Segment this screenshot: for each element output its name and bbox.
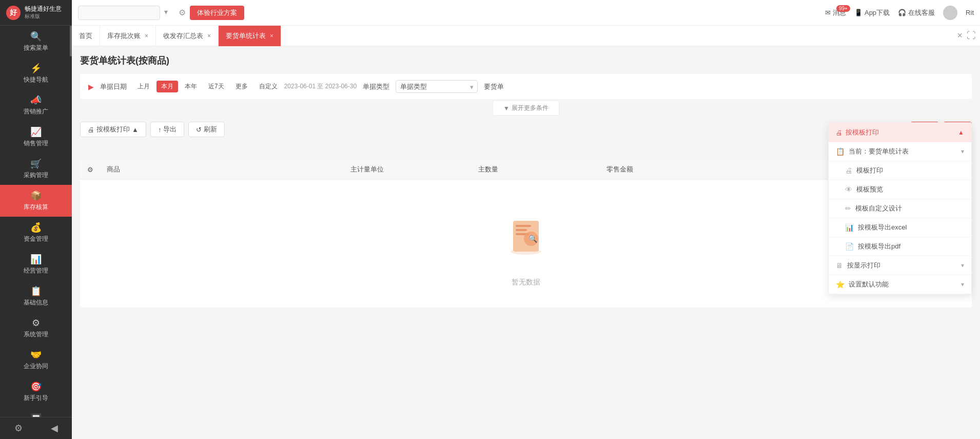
- tab-inventory-batch-close[interactable]: ×: [145, 32, 148, 40]
- sidebar-icon-search: 🔍: [30, 31, 42, 42]
- sidebar-label-finance: 资金管理: [24, 235, 48, 243]
- user-avatar-btn[interactable]: [943, 6, 957, 20]
- sidebar-item-basics[interactable]: 📋 基础信息: [0, 280, 72, 312]
- tab-requisition-stats[interactable]: 要货单统计表 ×: [219, 26, 281, 46]
- search-input[interactable]: [78, 6, 160, 20]
- date-pill-custom[interactable]: 自定义: [254, 81, 282, 92]
- template-preview-label: 模板预览: [856, 185, 883, 194]
- sidebar-icon-cooperation: 🤝: [30, 349, 42, 360]
- tab-inventory-batch[interactable]: 库存批次账 ×: [100, 26, 156, 46]
- svg-rect-2: [516, 225, 531, 227]
- sidebar-icon-purchase: 🛒: [30, 158, 42, 169]
- date-filter-label: 单据日期: [100, 82, 127, 91]
- filter-toggle-icon[interactable]: ▶: [88, 83, 94, 91]
- app-download-icon: 📱: [854, 9, 863, 16]
- main-area: ▾ ⚙ 体验行业方案 ✉ 消息 99+ 📱 App下载 🎧 在线客服 Rit: [72, 0, 980, 439]
- print-dropdown-collapse-icon[interactable]: ▲: [958, 129, 964, 136]
- set-default-arrow: ▾: [961, 281, 964, 288]
- template-print-label: 模板打印: [856, 166, 883, 175]
- sidebar-label-system: 系统管理: [24, 330, 48, 339]
- display-print-left: 🖥 按显示打印: [836, 261, 880, 270]
- date-pill-this-month[interactable]: 本月: [156, 81, 178, 92]
- sidebar-label-cooperation: 企业协同: [24, 362, 48, 371]
- app-download-btn[interactable]: 📱 App下载: [854, 8, 890, 17]
- display-print-group[interactable]: 🖥 按显示打印 ▾: [829, 256, 971, 275]
- date-pill-more[interactable]: 更多: [231, 81, 252, 92]
- sidebar-bottom: ⚙ ◀: [0, 417, 72, 439]
- trial-btn[interactable]: 体验行业方案: [190, 6, 244, 20]
- display-print-arrow: ▾: [961, 262, 964, 269]
- tab-requisition-stats-close[interactable]: ×: [270, 32, 273, 40]
- template-print-item[interactable]: 🖨 模板打印: [829, 161, 971, 180]
- export-btn[interactable]: ↑ 导出: [150, 122, 185, 137]
- date-pill-this-year[interactable]: 本年: [180, 81, 202, 92]
- date-pill-last-month[interactable]: 上月: [133, 81, 154, 92]
- tab-receive-summary-label: 收发存汇总表: [163, 31, 203, 41]
- print-dropdown-header[interactable]: 🖨 按模板打印 ▲: [829, 123, 971, 142]
- sidebar-item-operations[interactable]: 📊 经营管理: [0, 249, 72, 280]
- sidebar-label-purchase: 采购管理: [24, 171, 48, 180]
- message-icon: ✉: [825, 9, 831, 16]
- sidebar-item-system[interactable]: ⚙ 系统管理: [0, 312, 72, 344]
- sidebar-label-marketing: 营销推广: [24, 107, 48, 116]
- set-default-group[interactable]: ⭐ 设置默认功能 ▾: [829, 275, 971, 294]
- logo-icon: 好: [6, 6, 21, 20]
- template-custom-label: 模板自定义设计: [855, 204, 902, 213]
- sidebar-item-cooperation[interactable]: 🤝 企业协同: [0, 344, 72, 376]
- template-custom-item[interactable]: ✏ 模板自定义设计: [829, 199, 971, 218]
- print-icon: 🖨: [88, 126, 94, 133]
- sidebar-item-sales[interactable]: 📈 销售管理: [0, 121, 72, 153]
- template-export-pdf-item[interactable]: 📄 按模板导出pdf: [829, 237, 971, 256]
- sidebar-item-inventory[interactable]: 📦 库存核算: [0, 185, 72, 217]
- sidebar-icon-marketing: 📣: [30, 94, 42, 106]
- current-template-item[interactable]: 📋 当前：要货单统计表 ▾: [829, 142, 971, 161]
- tab-receive-summary-close[interactable]: ×: [207, 32, 211, 40]
- collapse-icon[interactable]: ◀: [51, 423, 58, 434]
- sidebar-icon-basics: 📋: [30, 285, 42, 297]
- sidebar-label-operations: 经营管理: [24, 266, 48, 275]
- col-goods: 商品: [101, 165, 344, 174]
- order-type-label: 单据类型: [363, 82, 389, 91]
- print-dropdown-panel: 🖨 按模板打印 ▲ 📋 当前：要货单统计表 ▾ 🖨 模板打印 👁: [828, 122, 972, 295]
- filter-card: ▶ 单据日期 上月 本月 本年 近7天 更多 自定义 2023-06-01 至 …: [80, 74, 972, 99]
- app-name: 畅捷通好生意: [25, 5, 62, 13]
- print-dropdown-icon: 🖨: [836, 129, 842, 137]
- sidebar-item-apps[interactable]: 🔲 应用中心: [0, 408, 72, 417]
- order-type-select[interactable]: 单据类型: [396, 80, 478, 93]
- sidebar: 好 畅捷通好生意 标准版 🔍 搜索菜单 ⚡ 快捷导航 📣 营销推广 📈 销售管理…: [0, 0, 72, 439]
- sidebar-item-finance[interactable]: 💰 资金管理: [0, 217, 72, 249]
- topbar: ▾ ⚙ 体验行业方案 ✉ 消息 99+ 📱 App下载 🎧 在线客服 Rit: [72, 0, 980, 26]
- tab-inventory-batch-label: 库存批次账: [107, 31, 141, 41]
- expand-conditions-btn[interactable]: ▼ 展开更多条件: [493, 101, 559, 116]
- sidebar-item-search[interactable]: 🔍 搜索菜单: [0, 26, 72, 58]
- sidebar-item-quick-nav[interactable]: ⚡ 快捷导航: [0, 58, 72, 89]
- search-dropdown-icon[interactable]: ▾: [164, 8, 174, 18]
- template-export-pdf-icon: 📄: [845, 242, 854, 251]
- col-unit: 主计量单位: [344, 165, 472, 174]
- print-btn[interactable]: 🖨 按模板打印 ▲: [80, 122, 146, 137]
- tab-expand-btn[interactable]: ⛶: [967, 30, 976, 41]
- settings-bottom-icon[interactable]: ⚙: [14, 423, 23, 434]
- topbar-right: ✉ 消息 99+ 📱 App下载 🎧 在线客服 Rit: [825, 6, 974, 20]
- sidebar-item-guide[interactable]: 🎯 新手引导: [0, 376, 72, 408]
- col-settings[interactable]: ⚙: [80, 166, 101, 174]
- sidebar-icon-system: ⚙: [32, 317, 40, 329]
- tab-close-all-btn[interactable]: ×: [957, 30, 963, 41]
- template-export-excel-item[interactable]: 📊 按模板导出excel: [829, 218, 971, 237]
- date-pill-last-7days[interactable]: 近7天: [204, 81, 229, 92]
- sidebar-item-marketing[interactable]: 📣 营销推广: [0, 89, 72, 121]
- sidebar-icon-guide: 🎯: [30, 381, 42, 392]
- refresh-btn[interactable]: ↺ 刷新: [188, 122, 225, 137]
- current-template-left: 📋 当前：要货单统计表: [836, 147, 909, 156]
- message-btn[interactable]: ✉ 消息 99+: [825, 8, 846, 17]
- tab-home[interactable]: 首页: [72, 26, 100, 46]
- app-download-label: App下载: [865, 8, 890, 17]
- set-default-left: ⭐ 设置默认功能: [836, 280, 889, 289]
- empty-icon: 🔍: [500, 211, 552, 272]
- topbar-gear-icon[interactable]: ⚙: [179, 8, 186, 17]
- tab-receive-summary[interactable]: 收发存汇总表 ×: [156, 26, 219, 46]
- online-service-btn[interactable]: 🎧 在线客服: [898, 8, 935, 17]
- template-preview-item[interactable]: 👁 模板预览: [829, 180, 971, 199]
- sidebar-item-purchase[interactable]: 🛒 采购管理: [0, 153, 72, 185]
- set-default-icon: ⭐: [836, 280, 845, 289]
